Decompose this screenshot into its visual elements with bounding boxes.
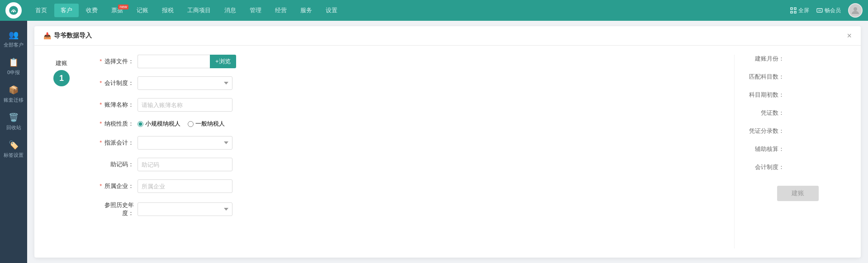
sidebar-item-label: 0申报 xyxy=(7,69,20,76)
file-input[interactable] xyxy=(138,55,210,68)
fullscreen-button[interactable]: 全屏 xyxy=(790,7,809,14)
company-label: * 所属企业： xyxy=(98,182,134,190)
sidebar-item-label: 回收站 xyxy=(6,124,21,131)
nav-item-tax[interactable]: 报税 xyxy=(156,4,180,17)
panel-title: 📥 导爷数据导入 xyxy=(43,32,92,40)
ledger-input[interactable] xyxy=(138,98,232,112)
build-account-button[interactable]: 建账 xyxy=(777,186,819,201)
all-customers-icon: 👥 xyxy=(9,30,19,40)
accounting-label: * 会计制度： xyxy=(98,79,134,87)
nav-item-customers[interactable]: 客户 xyxy=(54,4,79,17)
main-layout: 👥 全部客户 📋 0申报 📦 账套迁移 🗑️ 回收站 🏷️ 标签设置 📥 xyxy=(0,21,868,263)
sidebar-item-declarations[interactable]: 📋 0申报 xyxy=(0,53,27,80)
accountant-row: * 指派会计： xyxy=(98,136,725,150)
file-label: * 选择文件： xyxy=(98,57,134,66)
tax-small-radio[interactable]: 小规模纳税人 xyxy=(138,120,180,128)
tax-radio-group: 小规模纳税人 一般纳税人 xyxy=(138,120,225,128)
nav-item-services[interactable]: 服务 xyxy=(294,4,318,17)
nav-right-area: 全屏 畅会员 xyxy=(790,3,863,18)
auxiliary-label: 辅助核算： xyxy=(744,145,784,153)
voucher-entries-label: 凭证分录数： xyxy=(744,127,784,135)
voucher-count-row: 凭证数： xyxy=(744,109,852,117)
svg-point-0 xyxy=(9,6,18,15)
match-subjects-label: 匹配科目数： xyxy=(744,73,784,81)
nav-item-billing[interactable]: 收费 xyxy=(80,4,104,17)
voucher-entries-row: 凭证分录数： xyxy=(744,127,852,135)
tax-label: * 纳税性质： xyxy=(98,120,134,128)
history-label: 参照历史年度： xyxy=(98,201,134,217)
nav-menu: 首页 客户 收费 票据 new 记账 报税 工商项目 消息 管理 经营 服务 设… xyxy=(29,4,790,17)
panel-header: 📥 导爷数据导入 × xyxy=(34,26,861,46)
migration-icon: 📦 xyxy=(9,85,19,95)
svg-rect-4 xyxy=(791,11,792,13)
import-icon: 📥 xyxy=(43,32,51,39)
nav-item-bookkeeping[interactable]: 记账 xyxy=(130,4,155,17)
memo-label: 助记码： xyxy=(98,160,134,169)
build-month-label: 建账月份： xyxy=(744,55,784,63)
svg-rect-3 xyxy=(794,8,796,9)
new-badge: new xyxy=(118,5,128,9)
step-section: 建账 1 xyxy=(34,55,89,249)
company-input[interactable] xyxy=(138,179,232,193)
nav-item-messages[interactable]: 消息 xyxy=(218,4,242,17)
ledger-label: * 账簿名称： xyxy=(98,101,134,109)
browse-button[interactable]: +浏览 xyxy=(210,55,236,68)
tax-row: * 纳税性质： 小规模纳税人 一般纳税人 xyxy=(98,120,725,128)
nav-item-bizprojects[interactable]: 工商项目 xyxy=(181,4,217,17)
top-navigation: 首页 客户 收费 票据 new 记账 报税 工商项目 消息 管理 经营 服务 设… xyxy=(0,0,868,21)
sidebar: 👥 全部客户 📋 0申报 📦 账套迁移 🗑️ 回收站 🏷️ 标签设置 xyxy=(0,21,27,263)
accounting-system-label: 会计制度： xyxy=(744,163,784,171)
step-number: 1 xyxy=(53,70,70,86)
nav-item-operations[interactable]: 经营 xyxy=(269,4,293,17)
history-select[interactable] xyxy=(138,202,232,216)
import-panel: 📥 导爷数据导入 × 建账 1 * xyxy=(34,26,861,258)
close-button[interactable]: × xyxy=(847,32,852,40)
svg-rect-5 xyxy=(794,11,796,13)
tags-icon: 🏷️ xyxy=(9,140,19,150)
sidebar-item-tags[interactable]: 🏷️ 标签设置 xyxy=(0,136,27,163)
nav-item-home[interactable]: 首页 xyxy=(29,4,53,17)
accounting-system-row: 会计制度： xyxy=(744,163,852,171)
company-row: * 所属企业： xyxy=(98,179,725,193)
form-section: * 选择文件： +浏览 * 会计制度： xyxy=(89,55,734,249)
step-label: 建账 xyxy=(56,59,67,67)
accountant-select[interactable] xyxy=(138,136,232,150)
recycle-icon: 🗑️ xyxy=(9,113,19,122)
panel-title-text: 导爷数据导入 xyxy=(54,32,92,40)
tax-general-radio[interactable]: 一般纳税人 xyxy=(188,120,225,128)
user-avatar[interactable] xyxy=(848,3,863,18)
app-logo xyxy=(5,2,22,19)
sidebar-item-label: 全部客户 xyxy=(4,42,24,48)
memo-input[interactable] xyxy=(138,158,232,171)
nav-item-manage[interactable]: 管理 xyxy=(243,4,268,17)
accounting-select[interactable] xyxy=(138,76,232,90)
sidebar-item-recycle[interactable]: 🗑️ 回收站 xyxy=(0,108,27,136)
declarations-icon: 📋 xyxy=(9,57,19,67)
sidebar-item-label: 标签设置 xyxy=(4,152,24,159)
sidebar-item-all-customers[interactable]: 👥 全部客户 xyxy=(0,25,27,53)
nav-item-settings[interactable]: 设置 xyxy=(319,4,344,17)
sidebar-item-migration[interactable]: 📦 账套迁移 xyxy=(0,80,27,108)
svg-rect-2 xyxy=(791,8,792,9)
file-row: * 选择文件： +浏览 xyxy=(98,55,725,68)
svg-point-8 xyxy=(854,7,857,11)
accounting-row: * 会计制度： xyxy=(98,76,725,90)
build-button-container: 建账 xyxy=(744,181,852,201)
info-section: 建账月份： 匹配科目数： 科目期初数： 凭证数： xyxy=(734,55,861,249)
period-label: 科目期初数： xyxy=(744,91,784,99)
member-button[interactable]: 畅会员 xyxy=(816,7,841,14)
memo-row: 助记码： xyxy=(98,158,725,171)
auxiliary-row: 辅助核算： xyxy=(744,145,852,153)
history-row: 参照历史年度： xyxy=(98,201,725,217)
match-subjects-row: 匹配科目数： xyxy=(744,73,852,81)
period-row: 科目期初数： xyxy=(744,91,852,99)
file-input-group: +浏览 xyxy=(138,55,236,68)
ledger-row: * 账簿名称： xyxy=(98,98,725,112)
svg-point-1 xyxy=(13,11,14,13)
content-area: 📥 导爷数据导入 × 建账 1 * xyxy=(27,21,868,263)
sidebar-item-label: 账套迁移 xyxy=(4,97,24,103)
build-month-row: 建账月份： xyxy=(744,55,852,63)
accountant-label: * 指派会计： xyxy=(98,139,134,147)
nav-item-tickets[interactable]: 票据 new xyxy=(105,4,129,17)
panel-body: 建账 1 * 选择文件： +浏览 xyxy=(34,46,861,258)
